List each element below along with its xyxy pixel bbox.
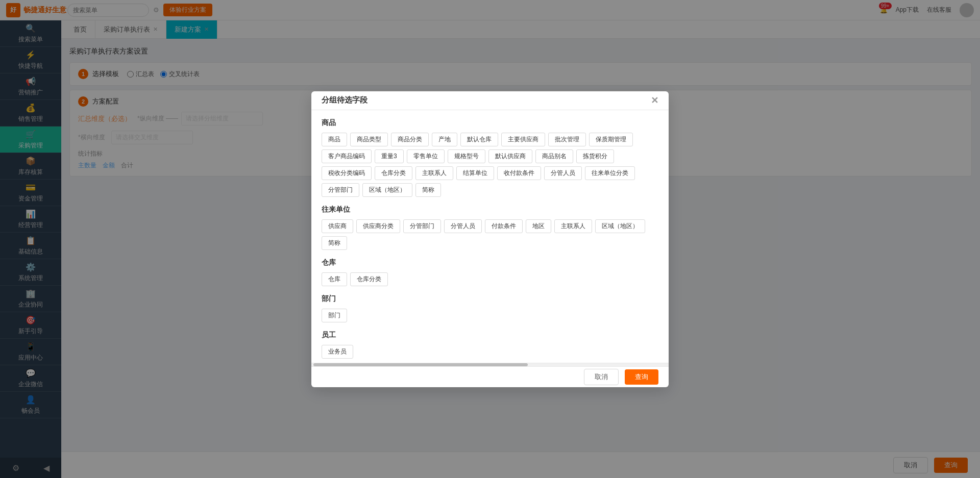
- field-tag[interactable]: 分管部门: [403, 219, 441, 233]
- field-tag[interactable]: 税收分类编码: [322, 166, 372, 180]
- department-field-tags: 部门: [322, 309, 658, 322]
- employee-section-title: 员工: [322, 331, 658, 340]
- field-tag[interactable]: 仓库分类: [375, 166, 412, 180]
- counterpart-field-tags: 供应商 供应商分类 分管部门 分管人员 付款条件 地区 主联系人 区域（地区） …: [322, 219, 658, 250]
- modal-cancel-button[interactable]: 取消: [584, 369, 619, 385]
- modal-title: 分组待选字段: [322, 95, 368, 105]
- field-tag[interactable]: 分管人员: [444, 219, 482, 233]
- field-select-modal: 分组待选字段 ✕ 商品 商品 商品类型 商品分类 产地 默认仓库 主要供应商 批…: [311, 91, 669, 387]
- field-tag[interactable]: 零售单位: [407, 149, 445, 163]
- field-tag[interactable]: 仓库分类: [350, 272, 388, 286]
- field-tag[interactable]: 业务员: [322, 345, 353, 359]
- warehouse-section-title: 仓库: [322, 258, 658, 267]
- employee-field-tags: 业务员: [322, 345, 658, 359]
- field-tag[interactable]: 收付款条件: [497, 166, 541, 180]
- field-tag[interactable]: 商品分类: [391, 133, 429, 146]
- field-tag[interactable]: 供应商分类: [356, 219, 400, 233]
- modal-header: 分组待选字段 ✕: [311, 91, 669, 111]
- field-tag[interactable]: 结算单位: [456, 166, 494, 180]
- modal-body: 商品 商品 商品类型 商品分类 产地 默认仓库 主要供应商 批次管理 保质期管理…: [311, 110, 669, 363]
- field-tag[interactable]: 分管部门: [322, 183, 359, 197]
- warehouse-field-tags: 仓库 仓库分类: [322, 272, 658, 286]
- field-tag[interactable]: 付款条件: [485, 219, 523, 233]
- field-tag[interactable]: 仓库: [322, 272, 347, 286]
- field-tag[interactable]: 重量3: [375, 149, 404, 163]
- field-tag[interactable]: 产地: [432, 133, 457, 146]
- field-tag[interactable]: 区域（地区）: [595, 219, 645, 233]
- modal-footer: 取消 查询: [311, 366, 669, 387]
- field-tag[interactable]: 商品: [322, 133, 347, 146]
- field-tag[interactable]: 规格型号: [448, 149, 485, 163]
- field-tag[interactable]: 主要供应商: [501, 133, 545, 146]
- modal-close-button[interactable]: ✕: [651, 96, 658, 105]
- field-tag[interactable]: 部门: [322, 309, 347, 322]
- modal-overlay: 分组待选字段 ✕ 商品 商品 商品类型 商品分类 产地 默认仓库 主要供应商 批…: [0, 0, 980, 478]
- field-tag[interactable]: 简称: [322, 236, 347, 250]
- field-tag[interactable]: 简称: [415, 183, 441, 197]
- field-tag[interactable]: 保质期管理: [589, 133, 633, 146]
- field-tag[interactable]: 批次管理: [548, 133, 586, 146]
- counterpart-section-title: 往来单位: [322, 205, 658, 214]
- field-tag[interactable]: 商品别名: [535, 149, 573, 163]
- field-tag[interactable]: 主联系人: [554, 219, 592, 233]
- goods-field-tags: 商品 商品类型 商品分类 产地 默认仓库 主要供应商 批次管理 保质期管理 客户…: [322, 133, 658, 197]
- field-tag[interactable]: 商品类型: [350, 133, 388, 146]
- field-tag[interactable]: 往来单位分类: [585, 166, 635, 180]
- employee-section: 员工 业务员: [322, 331, 658, 359]
- field-tag[interactable]: 主联系人: [415, 166, 453, 180]
- modal-confirm-button[interactable]: 查询: [625, 369, 658, 385]
- field-tag[interactable]: 分管人员: [544, 166, 582, 180]
- counterpart-section: 往来单位 供应商 供应商分类 分管部门 分管人员 付款条件 地区 主联系人 区域…: [322, 205, 658, 250]
- field-tag[interactable]: 区域（地区）: [362, 183, 412, 197]
- goods-section-title: 商品: [322, 118, 658, 128]
- goods-section: 商品 商品 商品类型 商品分类 产地 默认仓库 主要供应商 批次管理 保质期管理…: [322, 118, 658, 197]
- department-section: 部门 部门: [322, 294, 658, 322]
- warehouse-section: 仓库 仓库 仓库分类: [322, 258, 658, 286]
- department-section-title: 部门: [322, 294, 658, 304]
- field-tag[interactable]: 客户商品编码: [322, 149, 372, 163]
- field-tag[interactable]: 默认仓库: [460, 133, 498, 146]
- field-tag[interactable]: 拣货积分: [576, 149, 614, 163]
- field-tag[interactable]: 供应商: [322, 219, 353, 233]
- field-tag[interactable]: 地区: [526, 219, 551, 233]
- field-tag[interactable]: 默认供应商: [488, 149, 532, 163]
